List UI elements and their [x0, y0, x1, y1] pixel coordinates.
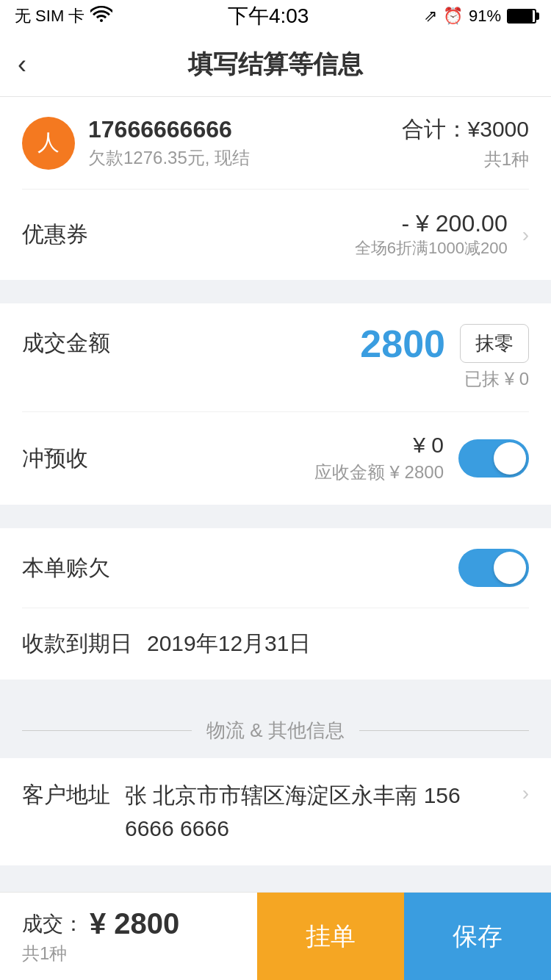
prepay-label: 冲预收: [22, 444, 88, 474]
due-row: 收款到期日 2019年12月31日: [0, 608, 551, 680]
customer-right: 合计：¥3000 共1种: [402, 115, 529, 171]
bottom-deal-amount: ¥ 2800: [90, 907, 179, 940]
page-title: 填写结算等信息: [188, 48, 363, 82]
arrears-card: 本单赊欠 收款到期日 2019年12月31日: [0, 528, 551, 680]
nav-bar: ‹ 填写结算等信息: [0, 32, 551, 97]
battery-percent: 91%: [469, 7, 501, 26]
save-button[interactable]: 保存: [404, 893, 551, 981]
bottom-count: 共1种: [22, 942, 235, 965]
arrears-toggle[interactable]: [458, 549, 529, 587]
customer-card: 人 17666666666 欠款1276.35元, 现结 合计：¥3000 共1…: [0, 97, 551, 280]
bottom-deal: 成交： ¥ 2800: [22, 907, 235, 940]
amount-sub: 已抹 ¥ 0: [22, 367, 529, 391]
customer-count: 共1种: [402, 148, 529, 171]
arrears-label: 本单赊欠: [22, 553, 110, 583]
coupon-row[interactable]: 优惠券 - ¥ 200.00 全场6折满1000减200 ›: [0, 190, 551, 280]
due-date: 2019年12月31日: [147, 629, 311, 659]
amount-number: 2800: [360, 325, 445, 363]
alarm-icon: ⏰: [443, 7, 463, 26]
bottom-summary: 成交： ¥ 2800 共1种: [0, 907, 257, 965]
coupon-right: - ¥ 200.00 全场6折满1000减200 ›: [355, 210, 529, 259]
customer-left: 人 17666666666 欠款1276.35元, 现结: [22, 116, 250, 170]
logistics-line-left: [22, 730, 192, 731]
avatar-text: 人: [37, 128, 60, 158]
transaction-card: 成交金额 2800 抹零 已抹 ¥ 0 冲预收 ¥ 0 应收金额 ¥ 2800: [0, 303, 551, 505]
customer-total: 合计：¥3000: [402, 115, 529, 145]
customer-info: 17666666666 欠款1276.35元, 现结: [88, 116, 250, 170]
back-button[interactable]: ‹: [18, 49, 26, 80]
customer-phone: 17666666666: [88, 116, 250, 143]
status-bar: 无 SIM 卡 下午4:03 ⇗ ⏰ 91%: [0, 0, 551, 32]
toggle-knob: [494, 442, 526, 475]
customer-row: 人 17666666666 欠款1276.35元, 现结 合计：¥3000 共1…: [0, 97, 551, 189]
prepay-row: 冲预收 ¥ 0 应收金额 ¥ 2800: [0, 412, 551, 505]
no-sim-label: 无 SIM 卡: [15, 5, 84, 27]
address-card: 客户地址 张 北京市市辖区海淀区永丰南 156 6666 6666 ›: [0, 758, 551, 865]
round-button[interactable]: 抹零: [460, 324, 529, 363]
amount-row: 成交金额 2800 抹零: [22, 324, 529, 363]
gray-sep-2: [0, 516, 551, 528]
coupon-amount: - ¥ 200.00: [355, 210, 508, 237]
coupon-right-block: - ¥ 200.00 全场6折满1000减200: [355, 210, 508, 259]
address-chevron-icon: ›: [522, 782, 529, 805]
bottom-deal-label: 成交：: [22, 910, 84, 938]
prepay-sub: 应收金额 ¥ 2800: [314, 461, 444, 484]
hold-button[interactable]: 挂单: [257, 893, 404, 981]
gray-sep-1: [0, 292, 551, 303]
amount-section: 成交金额 2800 抹零 已抹 ¥ 0: [0, 303, 551, 411]
wifi-icon: [90, 6, 112, 26]
prepay-right: ¥ 0 应收金额 ¥ 2800: [314, 433, 529, 484]
status-right: ⇗ ⏰ 91%: [424, 7, 536, 26]
prepay-amount-block: ¥ 0 应收金额 ¥ 2800: [314, 433, 444, 484]
address-row[interactable]: 客户地址 张 北京市市辖区海淀区永丰南 156 6666 6666 ›: [0, 758, 551, 865]
amount-right: 2800 抹零: [360, 324, 529, 363]
logistics-label: 物流 & 其他信息: [206, 718, 345, 743]
prepay-amount: ¥ 0: [314, 433, 444, 458]
battery-icon: [507, 9, 536, 24]
logistics-divider: 物流 & 其他信息: [0, 703, 551, 758]
arrears-row: 本单赊欠: [0, 528, 551, 608]
status-left: 无 SIM 卡: [15, 5, 112, 27]
coupon-desc: 全场6折满1000减200: [355, 237, 508, 259]
prepay-toggle[interactable]: [458, 439, 529, 478]
content: 人 17666666666 欠款1276.35元, 现结 合计：¥3000 共1…: [0, 97, 551, 973]
status-time: 下午4:03: [228, 2, 309, 30]
amount-label: 成交金额: [22, 328, 110, 359]
bottom-bar: 成交： ¥ 2800 共1种 挂单 保存: [0, 892, 551, 980]
address-content: 张 北京市市辖区海淀区永丰南 156 6666 6666: [125, 779, 514, 845]
gray-sep-3: [0, 691, 551, 703]
avatar: 人: [22, 117, 75, 170]
logistics-line-right: [359, 730, 529, 731]
location-icon: ⇗: [424, 7, 437, 26]
coupon-chevron-icon: ›: [522, 223, 529, 247]
address-label: 客户地址: [22, 780, 110, 810]
customer-sub: 欠款1276.35元, 现结: [88, 146, 250, 170]
coupon-label: 优惠券: [22, 220, 88, 250]
due-label: 收款到期日: [22, 629, 132, 659]
arrears-toggle-knob: [494, 552, 526, 584]
